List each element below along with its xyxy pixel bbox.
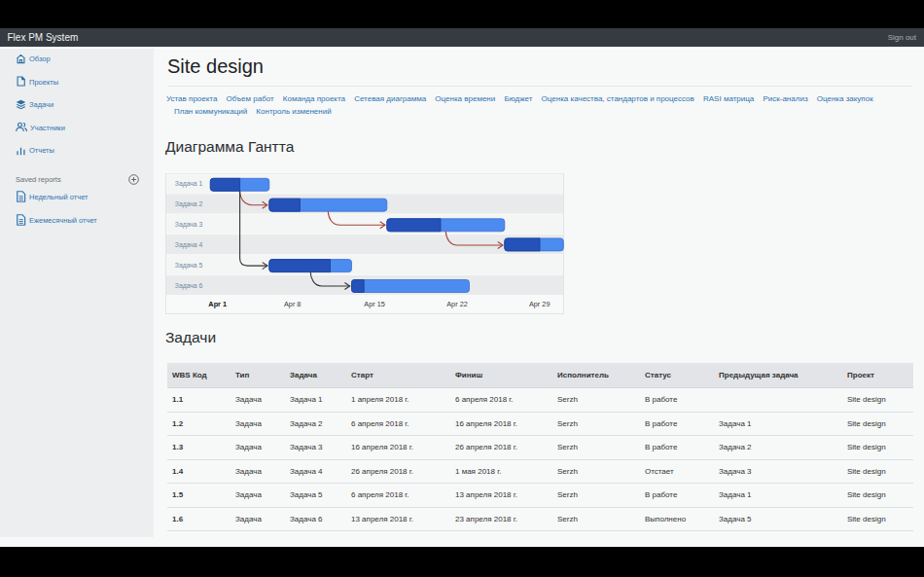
svg-text:Apr 8: Apr 8	[284, 300, 301, 308]
svg-text:Задача 5: Задача 5	[175, 262, 203, 270]
svg-text:Задача 1: Задача 1	[175, 180, 203, 188]
svg-text:Задача 2: Задача 2	[175, 200, 203, 208]
svg-text:Apr 22: Apr 22	[446, 300, 468, 308]
svg-text:Задача 6: Задача 6	[175, 282, 203, 290]
svg-text:Apr 1: Apr 1	[208, 300, 227, 308]
svg-text:Apr 15: Apr 15	[364, 300, 385, 308]
svg-text:Задача 3: Задача 3	[175, 221, 203, 229]
svg-text:Apr 29: Apr 29	[529, 300, 551, 308]
svg-text:Задача 4: Задача 4	[175, 241, 203, 249]
